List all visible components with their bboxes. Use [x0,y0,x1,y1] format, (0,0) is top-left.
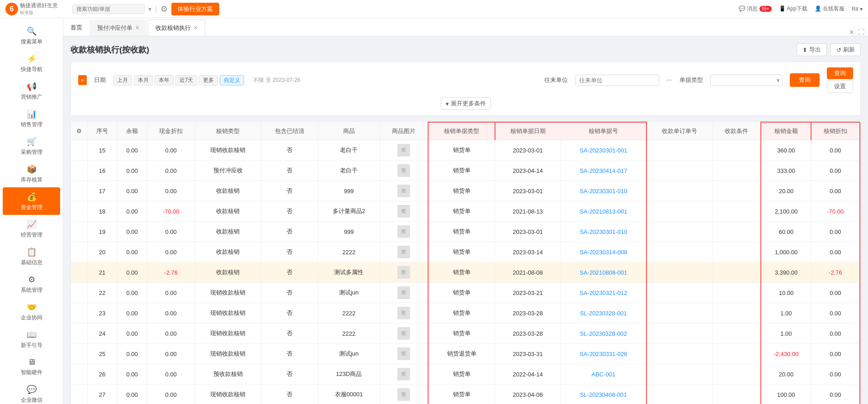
row-verify-type: 现销收款核销 [195,385,261,404]
row-bill-no[interactable]: SA-20230321-012 [561,283,646,303]
logo: 6 畅捷通谱好生意 标准版 [5,2,69,16]
row-balance: 0.00 [117,323,147,344]
sidebar-item-system[interactable]: ⚙ 系统管理 [0,270,63,298]
date-btn-this-month[interactable]: 本月 [134,75,153,86]
row-bill-no[interactable]: SA-20230301-010 [561,181,646,201]
refresh-btn[interactable]: ↺ 刷新 [830,43,861,56]
purchase-icon: 🛒 [27,137,37,147]
sidebar-item-inventory[interactable]: 📦 库存核算 [0,160,63,187]
sidebar-item-basic[interactable]: 📋 基础信息 [0,242,63,270]
export-btn[interactable]: ⬆ 导出 [797,43,827,56]
row-verify-amount: 10.00 [761,283,811,303]
row-receipt-cond [712,181,761,201]
sidebar-item-purchase[interactable]: 🛒 采购管理 [0,132,63,160]
sidebar-label-search: 搜索菜单 [21,38,42,46]
sidebar-item-collab[interactable]: 🤝 企业协同 [0,298,63,325]
settings-icon[interactable]: ⚙ [160,4,168,14]
row-receipt-order [646,201,713,222]
th-gear: ⚙ [71,122,87,140]
row-select-cell [71,323,87,344]
row-bill-no[interactable]: SA-20230331-026 [561,344,646,364]
row-no: 25 [87,344,117,364]
bill-type-select[interactable] [710,75,783,86]
sidebar-item-guide[interactable]: 📖 新手引导 [0,325,63,353]
sidebar-item-finance[interactable]: 💰 资金管理 [3,187,60,215]
setting-btn[interactable]: 设置 [827,80,853,93]
row-bill-date: 2023-04-08 [495,385,561,404]
row-goods: 老白干 [318,140,380,161]
date-btn-this-year[interactable]: 本年 [155,75,174,86]
user-menu[interactable]: Rit ▾ [852,6,863,12]
row-bill-type: 销货单 [428,303,495,323]
row-cash-discount: 0.00 [147,140,195,161]
expand-conditions-btn[interactable]: ▾ 展开更多条件 [441,97,491,110]
tab-verify-close[interactable]: ✕ [193,25,198,31]
row-bill-no[interactable]: SL-20230328-002 [561,323,646,344]
sidebar-item-operation[interactable]: 📈 经营管理 [0,215,63,242]
finance-icon: 💰 [27,192,37,202]
export-label: 导出 [809,46,821,54]
table-header-row: ⚙ 序号 余额 现金折扣 核销类型 包含已结清 商品 商品图片 核销单据类型 核… [71,122,860,140]
partner-input[interactable] [575,75,659,86]
filter-separator-1: 不限 至 2023-07-26 [253,76,300,84]
sidebar-item-shortcut[interactable]: ⚡ 快捷导航 [0,49,63,77]
row-receipt-cond [712,385,761,404]
row-goods: 999 [318,181,380,201]
date-btn-last-month[interactable]: 上月 [113,75,132,86]
row-bill-no[interactable]: SA-20230314-008 [561,242,646,262]
tab-expand-icon[interactable]: ⛶ [858,29,864,36]
global-search-input[interactable] [72,4,145,14]
sidebar-item-hardware[interactable]: 🖥 智能硬件 [0,353,63,380]
sidebar-label-sales: 销售管理 [21,121,42,128]
row-bill-no[interactable]: SA-20230301-001 [561,140,646,161]
query-btn-2[interactable]: 查询 [827,67,853,79]
row-bill-no[interactable]: SL-20230408-001 [561,385,646,404]
row-bill-no[interactable]: SA-20230301-010 [561,222,646,242]
sidebar-item-search[interactable]: 🔍 搜索菜单 [0,22,63,49]
tab-prepayment-close[interactable]: ✕ [135,25,139,31]
row-bill-no[interactable]: ABC-001 [561,364,646,385]
row-bill-no[interactable]: SA-20210813-001 [561,201,646,222]
tab-home[interactable]: 首页 [63,19,90,36]
row-bill-no[interactable]: SL-20230328-001 [561,303,646,323]
table-row: 21 0.00 -2.76 收款核销 否 测试多属性 图 销货单 2021-08… [71,262,860,283]
solution-btn[interactable]: 体验行业方案 [171,3,219,15]
hardware-icon: 🖥 [28,357,36,367]
row-bill-no[interactable]: SA-20210808-001 [561,262,646,283]
row-cash-discount: 0.00 [147,161,195,181]
row-goods: 2222 [318,323,380,344]
row-bill-date: 2022-04-14 [495,364,561,385]
sidebar-item-marketing[interactable]: 📢 营销推广 [0,77,63,105]
table-row: 24 0.00 0.00 现销收款核销 否 2222 图 销货单 2023-03… [71,323,860,344]
bill-type-label: 单据类型 [679,76,703,84]
app-download-btn[interactable]: 📱 App下载 [779,5,807,13]
sidebar-item-sales[interactable]: 📊 销售管理 [0,105,63,132]
row-receipt-cond [712,161,761,181]
online-service-btn[interactable]: 👤 在线客服 [815,5,844,13]
row-select-cell [71,181,87,201]
date-btn-7days[interactable]: 近7天 [175,75,198,86]
row-receipt-cond [712,283,761,303]
row-verify-type: 收款核销 [195,201,261,222]
row-settled: 否 [261,242,318,262]
row-receipt-order [646,161,713,181]
row-bill-type: 销货退货单 [428,344,495,364]
tab-close-all-icon[interactable]: ✕ [849,29,854,36]
message-btn[interactable]: 💬 消息 99+ [739,5,772,13]
sidebar-label-operation: 经营管理 [21,231,42,239]
sidebar-item-wechat[interactable]: 💬 企业微信 [0,380,63,404]
partner-more-icon[interactable]: ··· [666,76,672,84]
query-btn[interactable]: 查询 [790,73,820,87]
row-settled: 否 [261,344,318,364]
row-balance: 0.00 [117,242,147,262]
main-area: 首页 预付冲应付单 ✕ 收款核销执行 ✕ ✕ ⛶ 收款核销执行(按收款) ⬆ [63,18,868,404]
tab-verify[interactable]: 收款核销执行 ✕ [148,19,205,36]
row-bill-no[interactable]: SA-20230414-017 [561,161,646,181]
filter-collapse-btn[interactable]: » [78,75,87,85]
date-btn-custom[interactable]: 自定义 [220,75,244,86]
date-btn-more[interactable]: 更多 [199,75,218,86]
row-receipt-cond [712,323,761,344]
tab-prepayment[interactable]: 预付冲应付单 ✕ [90,19,147,36]
th-receipt-order: 收款单订单号 [646,122,713,140]
sidebar-label-hardware: 智能硬件 [21,369,42,376]
